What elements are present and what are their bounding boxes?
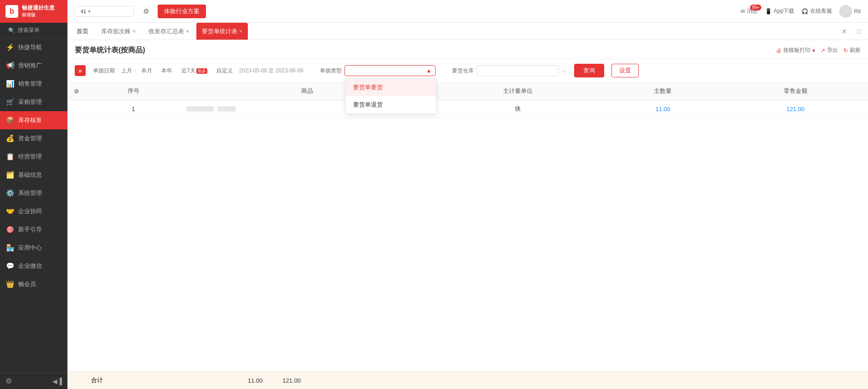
footer-amount: 121.00 xyxy=(273,377,310,384)
app-download-btn[interactable]: 📱 App下载 xyxy=(765,7,794,15)
tab-receive-summary[interactable]: 收发存汇总表 × xyxy=(143,23,195,40)
operation-icon: 📋 xyxy=(5,152,15,161)
sidebar-item-inventory[interactable]: 📦 库存核算 xyxy=(0,111,67,129)
refresh-label: 刷新 xyxy=(850,46,861,54)
sidebar-item-purchase[interactable]: 🛒 采购管理 xyxy=(0,93,67,111)
print-label: 按模板打印 xyxy=(783,46,811,54)
type-dropdown: 要货单要货 要货单退货 xyxy=(345,78,437,114)
filter-expand-btn[interactable]: » xyxy=(75,65,86,76)
export-btn[interactable]: ↗ 导出 xyxy=(821,46,838,54)
dropdown-item-yaohuo[interactable]: 要货单要货 xyxy=(346,79,436,96)
type-filter-group: 单据类型 ▲ xyxy=(320,65,436,76)
sidebar-item-quick-nav[interactable]: ⚡ 快捷导航 xyxy=(0,38,67,56)
date-7days-btn[interactable]: 近7天热多 xyxy=(178,66,211,76)
quantity-link[interactable]: 11.00 xyxy=(656,106,671,113)
enterprise-icon: 🤝 xyxy=(5,207,15,216)
quick-nav-icon: ⚡ xyxy=(5,43,15,52)
store-selector[interactable]: 41 ▾ xyxy=(75,6,134,17)
print-btn[interactable]: 🖨 按模板打印 ▾ xyxy=(776,46,815,54)
sidebar-search[interactable]: 🔍 搜索菜单 xyxy=(0,23,67,38)
tab-close-all-btn[interactable]: ✕ xyxy=(839,26,850,37)
type-select[interactable]: ▲ xyxy=(344,65,436,76)
product-placeholder-1 xyxy=(186,106,214,112)
warehouse-input[interactable] xyxy=(477,65,559,76)
user-avatar xyxy=(839,5,852,18)
sidebar-item-basic[interactable]: 🗂️ 基础信息 xyxy=(0,166,67,184)
sidebar-item-marketing[interactable]: 📢 营销推广 xyxy=(0,56,67,75)
tab-maximize-btn[interactable]: □ xyxy=(853,26,864,37)
marketing-icon: 📢 xyxy=(5,61,15,70)
collapse-icon[interactable]: ◀▐ xyxy=(52,378,62,385)
date-custom-btn[interactable]: 自定义 xyxy=(213,66,236,76)
tab-receive-summary-close[interactable]: × xyxy=(186,28,189,35)
type-select-chevron-icon: ▲ xyxy=(426,67,431,74)
message-icon: ✉ xyxy=(740,8,745,15)
sidebar-label-basic: 基础信息 xyxy=(18,171,42,179)
sidebar-item-wechat[interactable]: 💬 企业微信 xyxy=(0,257,67,275)
service-icon: 🎧 xyxy=(801,8,808,15)
online-service-btn[interactable]: 🎧 在线客服 xyxy=(801,7,832,15)
date-this-year-btn[interactable]: 本年 xyxy=(158,66,176,76)
refresh-icon: ↻ xyxy=(843,47,848,54)
store-number: 41 xyxy=(81,9,86,14)
sidebar-item-member[interactable]: 👑 畅会员 xyxy=(0,275,67,293)
header-right: ✉ 消息 99+ 📱 App下载 🎧 在线客服 Rit xyxy=(740,5,861,18)
sidebar-label-sales: 销售管理 xyxy=(18,80,42,88)
sidebar-item-operation[interactable]: 📋 经营管理 xyxy=(0,148,67,166)
tab-order-summary-close[interactable]: × xyxy=(239,28,242,35)
col-gear-icon[interactable]: ⚙ xyxy=(74,88,79,95)
refresh-btn[interactable]: ↻ 刷新 xyxy=(843,46,861,54)
sidebar-label-guide: 新手引导 xyxy=(18,225,42,234)
settings-icon[interactable]: ⚙ xyxy=(5,377,12,385)
sidebar-item-guide[interactable]: 🎯 新手引导 xyxy=(0,220,67,239)
tab-receive-summary-label: 收发存汇总表 xyxy=(149,27,184,36)
query-button[interactable]: 查询 xyxy=(574,64,604,77)
date-this-month-btn[interactable]: 本月 xyxy=(138,66,156,76)
app-download-label: App下载 xyxy=(774,7,794,15)
sidebar-label-system: 系统管理 xyxy=(18,189,42,197)
system-icon: ⚙️ xyxy=(5,189,15,198)
date-last-month-btn[interactable]: 上月 xyxy=(118,66,136,76)
export-icon: ↗ xyxy=(821,47,825,54)
footer-quantity: 11.00 xyxy=(237,377,273,384)
search-icon: 🔍 xyxy=(8,27,15,34)
warehouse-label: 要货仓库 xyxy=(452,67,474,75)
tab-home[interactable]: 首页 xyxy=(71,23,94,40)
page-title: 要货单统计表(按商品) xyxy=(75,46,145,55)
table-footer: 合计 11.00 121.00 xyxy=(67,371,868,389)
sidebar-item-sales[interactable]: 📊 销售管理 xyxy=(0,75,67,93)
finance-icon: 💰 xyxy=(5,134,15,143)
store-chevron-icon: ▾ xyxy=(88,8,91,15)
table-row: 1 块 11.00 121.00 xyxy=(67,100,868,118)
sidebar-item-system[interactable]: ⚙️ 系统管理 xyxy=(0,184,67,202)
sidebar-label-member: 畅会员 xyxy=(18,280,36,288)
col-unit: 主计量单位 xyxy=(433,82,603,100)
print-icon: 🖨 xyxy=(776,47,781,54)
footer-label: 合计 xyxy=(91,376,103,384)
page-header: 要货单统计表(按商品) 🖨 按模板打印 ▾ ↗ 导出 ↻ 刷新 xyxy=(67,40,868,59)
header-gear-button[interactable]: ⚙ xyxy=(139,5,152,18)
sidebar-label-appstore: 应用中心 xyxy=(18,244,42,252)
industry-btn[interactable]: 体验行业方案 xyxy=(158,5,206,18)
tab-inventory-batch[interactable]: 库存批次账 × xyxy=(96,23,141,40)
sidebar-label-purchase: 采购管理 xyxy=(18,98,42,106)
sidebar: b 畅捷通好生意 标准版 🔍 搜索菜单 ⚡ 快捷导航 📢 营销推广 📊 销售管理… xyxy=(0,0,67,389)
wechat-icon: 💬 xyxy=(5,261,15,271)
product-placeholder-2 xyxy=(217,106,236,112)
member-icon: 👑 xyxy=(5,280,15,289)
settings-button[interactable]: 设置 xyxy=(611,64,639,77)
messages-btn[interactable]: ✉ 消息 99+ xyxy=(740,7,758,15)
dropdown-item-tuihuo[interactable]: 要货单退货 xyxy=(346,96,436,113)
search-label: 搜索菜单 xyxy=(18,26,40,34)
row-index-cell: 1 xyxy=(86,100,181,118)
warehouse-dots-btn[interactable]: ··· xyxy=(561,67,567,74)
sidebar-item-enterprise[interactable]: 🤝 企业协同 xyxy=(0,202,67,220)
dropdown-item-tuihuo-label: 要货单退货 xyxy=(353,101,383,108)
tab-order-summary[interactable]: 要货单统计表 × xyxy=(196,23,248,40)
tab-inventory-batch-close[interactable]: × xyxy=(133,28,136,35)
sidebar-logo: b 畅捷通好生意 标准版 xyxy=(0,0,67,23)
user-profile-btn[interactable]: Rit xyxy=(839,5,861,18)
amount-link[interactable]: 121.00 xyxy=(786,106,805,113)
sidebar-item-appstore[interactable]: 🏪 应用中心 xyxy=(0,239,67,257)
sidebar-item-finance[interactable]: 💰 资金管理 xyxy=(0,129,67,148)
